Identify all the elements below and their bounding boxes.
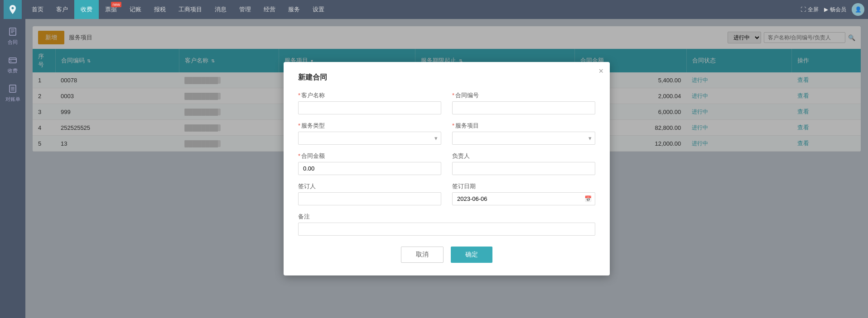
modal-title: 新建合同: [298, 73, 595, 82]
svg-point-6: [10, 61, 11, 62]
signer-label: 签订人: [298, 182, 441, 190]
amount-input[interactable]: [298, 162, 441, 175]
new-contract-modal: × 新建合同 * 客户名称 * 合同编号: [284, 62, 610, 275]
modal-footer: 取消 确定: [298, 247, 595, 263]
fullscreen-label: 全屏: [808, 6, 819, 14]
customer-name-label: * 客户名称: [298, 91, 441, 100]
fullscreen-icon: ⛶: [800, 6, 806, 13]
remarks-label: 备注: [298, 213, 595, 221]
content-area: 新增 服务项目 进行中 已完成 已取消 🔍 序号: [25, 19, 868, 318]
nav-item-manage[interactable]: 管理: [233, 0, 257, 19]
modal-overlay: × 新建合同 * 客户名称 * 合同编号: [25, 19, 868, 318]
service-type-label: * 服务类型: [298, 122, 441, 130]
service-item-label: * 服务项目: [452, 122, 595, 130]
calendar-icon[interactable]: 📅: [584, 195, 592, 202]
responsible-input[interactable]: [452, 162, 595, 175]
statement-icon: [7, 83, 18, 94]
modal-close-button[interactable]: ×: [598, 66, 603, 76]
service-type-select-wrap: ▾: [298, 132, 441, 145]
remarks-input[interactable]: [298, 223, 595, 236]
sidebar-item-contract-label: 合同: [8, 39, 18, 46]
nav-item-home[interactable]: 首页: [25, 0, 50, 19]
nav-item-invoice[interactable]: 票据 new: [99, 0, 123, 19]
sidebar-item-fee-label: 收费: [8, 67, 18, 74]
sidebar-item-statement[interactable]: 对账单: [1, 80, 24, 106]
avatar[interactable]: 👤: [852, 3, 864, 16]
avatar-icon: 👤: [855, 6, 862, 13]
sidebar: 合同 收费 对账单: [0, 19, 25, 318]
top-nav-right: ⛶ 全屏 ▶ 畅会员 👤: [800, 3, 864, 16]
nav-item-service[interactable]: 服务: [282, 0, 306, 19]
form-row-responsible: 负责人: [452, 152, 595, 175]
nav-item-operate[interactable]: 经营: [257, 0, 282, 19]
form-row-amount: * 合同金额: [298, 152, 441, 175]
service-type-select[interactable]: [298, 132, 441, 145]
sidebar-item-fee[interactable]: 收费: [1, 51, 24, 78]
modal-form: * 客户名称 * 合同编号: [298, 91, 595, 236]
form-row-sign-date: 签订日期 📅: [452, 182, 595, 205]
customer-name-input[interactable]: [298, 101, 441, 114]
app-logo: [4, 0, 22, 19]
member-icon: ▶: [824, 6, 828, 13]
form-row-signer: 签订人: [298, 182, 441, 205]
sign-date-wrap: 📅: [452, 192, 595, 205]
form-row-remarks: 备注: [298, 213, 595, 236]
form-row-service-type: * 服务类型 ▾: [298, 122, 441, 145]
sign-date-input[interactable]: [452, 192, 595, 205]
main-layout: 合同 收费 对账单: [0, 19, 868, 318]
svg-rect-4: [9, 58, 16, 63]
nav-item-message[interactable]: 消息: [208, 0, 233, 19]
sidebar-item-contract[interactable]: 合同: [1, 23, 24, 49]
member-label: 畅会员: [830, 6, 846, 14]
nav-item-tax[interactable]: 报税: [148, 0, 172, 19]
nav-item-settings[interactable]: 设置: [306, 0, 331, 19]
top-navigation: 首页 客户 收费 票据 new 记账 报税 工商项目 消息 管理 经营 服务 设…: [0, 0, 868, 19]
service-item-select-wrap: ▾: [452, 132, 595, 145]
contract-no-label: * 合同编号: [452, 91, 595, 100]
sign-date-label: 签订日期: [452, 182, 595, 190]
signer-input[interactable]: [298, 192, 441, 205]
svg-rect-0: [10, 28, 16, 35]
fee-icon: [7, 55, 18, 66]
nav-item-fee[interactable]: 收费: [74, 0, 99, 19]
member-button[interactable]: ▶ 畅会员: [824, 6, 846, 14]
contract-no-input[interactable]: [452, 101, 595, 114]
nav-item-bookkeeping[interactable]: 记账: [123, 0, 148, 19]
new-badge: new: [111, 2, 121, 7]
cancel-button[interactable]: 取消: [401, 247, 444, 263]
sidebar-item-statement-label: 对账单: [5, 96, 20, 103]
fullscreen-button[interactable]: ⛶ 全屏: [800, 6, 819, 14]
contract-icon: [7, 26, 18, 37]
nav-item-business[interactable]: 工商项目: [172, 0, 208, 19]
form-row-service-item: * 服务项目 ▾: [452, 122, 595, 145]
form-row-customer: * 客户名称: [298, 91, 441, 114]
form-row-contract-no: * 合同编号: [452, 91, 595, 114]
service-item-select[interactable]: [452, 132, 595, 145]
amount-label: * 合同金额: [298, 152, 441, 160]
confirm-button[interactable]: 确定: [451, 247, 492, 263]
responsible-label: 负责人: [452, 152, 595, 160]
nav-item-customer[interactable]: 客户: [50, 0, 74, 19]
